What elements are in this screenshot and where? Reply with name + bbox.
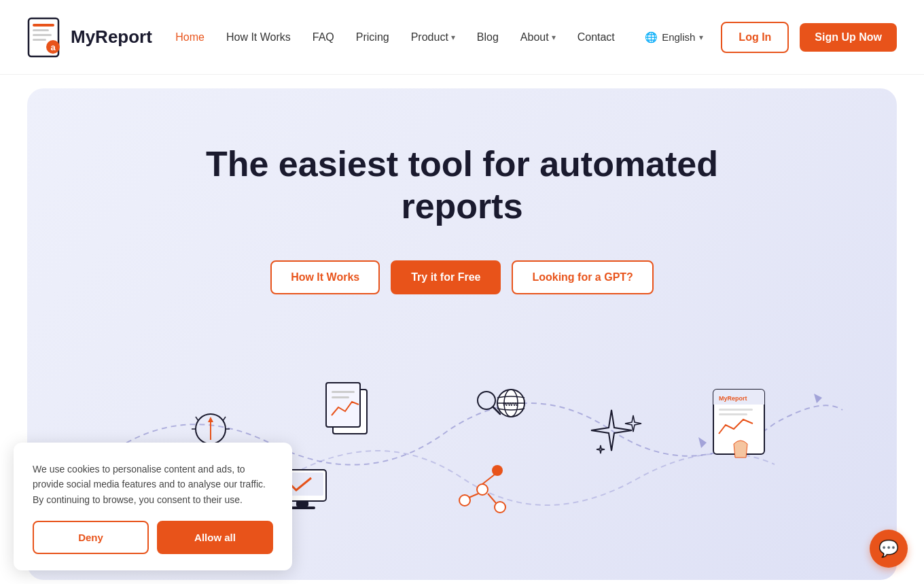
svg-point-26: [478, 392, 495, 409]
try-free-button[interactable]: Try it for Free: [391, 260, 501, 294]
svg-line-37: [469, 494, 478, 498]
svg-rect-25: [289, 506, 315, 509]
allow-button[interactable]: Allow all: [157, 521, 273, 554]
nav-contact[interactable]: Contact: [578, 31, 615, 43]
globe-icon: 🌐: [645, 31, 658, 44]
brand-name: MyReport: [71, 27, 152, 48]
svg-text:a: a: [50, 42, 56, 52]
nav-home[interactable]: Home: [175, 31, 205, 43]
svg-rect-19: [326, 383, 360, 427]
lang-chevron-icon: ▾: [699, 33, 703, 42]
svg-line-36: [482, 475, 495, 484]
signup-button[interactable]: Sign Up Now: [800, 23, 897, 52]
svg-rect-20: [332, 391, 355, 393]
chat-button[interactable]: 💬: [870, 530, 908, 568]
language-selector[interactable]: 🌐 English ▾: [638, 27, 710, 48]
svg-rect-4: [33, 39, 46, 41]
svg-marker-7: [698, 437, 707, 448]
svg-rect-24: [296, 501, 308, 506]
product-chevron-icon: ▾: [451, 33, 455, 42]
svg-line-15: [223, 417, 226, 421]
nav-how-it-works[interactable]: How It Works: [226, 31, 291, 43]
nav-blog[interactable]: Blog: [477, 31, 499, 43]
svg-line-14: [196, 417, 198, 421]
chat-icon: 💬: [878, 539, 899, 558]
navbar: a MyReport Home How It Works FAQ Pricing…: [0, 0, 924, 75]
svg-text:MyReport: MyReport: [719, 395, 747, 402]
svg-rect-3: [33, 34, 52, 36]
svg-line-38: [488, 494, 496, 503]
svg-point-35: [495, 502, 505, 513]
svg-marker-8: [814, 394, 822, 403]
about-chevron-icon: ▾: [552, 33, 556, 42]
logo-icon: a: [27, 17, 64, 58]
svg-text:WWW: WWW: [503, 401, 518, 407]
svg-rect-2: [33, 29, 49, 31]
deny-button[interactable]: Deny: [33, 521, 149, 554]
svg-rect-21: [332, 396, 349, 398]
svg-rect-1: [33, 24, 54, 27]
logo-link[interactable]: a MyReport: [27, 17, 152, 58]
svg-marker-13: [208, 417, 213, 422]
nav-pricing[interactable]: Pricing: [356, 31, 389, 43]
svg-point-32: [477, 484, 488, 495]
how-it-works-button[interactable]: How It Works: [270, 260, 380, 294]
language-label: English: [662, 31, 695, 43]
nav-faq[interactable]: FAQ: [313, 31, 334, 43]
cookie-buttons: Deny Allow all: [33, 521, 273, 554]
cookie-text: We use cookies to personalise content an…: [33, 462, 273, 507]
svg-point-33: [492, 465, 503, 476]
cookie-banner: We use cookies to personalise content an…: [14, 443, 292, 570]
nav-right: 🌐 English ▾ Log In Sign Up Now: [638, 22, 897, 53]
nav-links: Home How It Works FAQ Pricing Product ▾ …: [175, 31, 615, 44]
gpt-button[interactable]: Looking for a GPT?: [512, 260, 653, 294]
svg-rect-44: [719, 413, 747, 415]
svg-point-34: [459, 495, 470, 506]
hero-title: The easiest tool for automated reports: [190, 143, 734, 228]
nav-about-dropdown[interactable]: About ▾: [520, 31, 556, 44]
nav-product-dropdown[interactable]: Product ▾: [411, 31, 455, 44]
login-button[interactable]: Log In: [721, 22, 789, 53]
hero-buttons: How It Works Try it for Free Looking for…: [54, 260, 870, 294]
svg-rect-43: [719, 409, 753, 411]
